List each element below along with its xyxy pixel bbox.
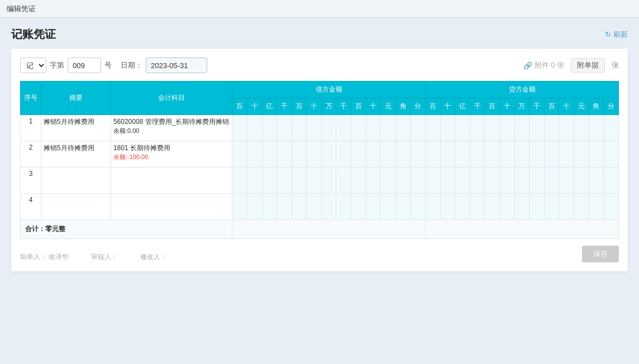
row-credit-4[interactable] <box>485 194 500 220</box>
row-credit-10[interactable] <box>574 167 589 194</box>
row-debit-3[interactable] <box>277 115 292 141</box>
row-debit-6[interactable] <box>321 194 336 220</box>
row-debit-10[interactable] <box>381 167 396 194</box>
row-credit-0[interactable] <box>426 141 441 167</box>
row-credit-11[interactable] <box>589 167 604 194</box>
row-credit-4[interactable] <box>485 141 500 167</box>
row-debit-7[interactable] <box>336 115 351 141</box>
row-debit-0[interactable] <box>232 141 247 167</box>
row-debit-8[interactable] <box>351 194 366 220</box>
row-credit-2[interactable] <box>455 115 470 141</box>
row-credit-4[interactable] <box>485 167 500 194</box>
row-debit-0[interactable] <box>232 194 247 220</box>
row-debit-2[interactable] <box>262 194 277 220</box>
row-abstract[interactable] <box>41 167 111 194</box>
row-credit-5[interactable] <box>500 194 515 220</box>
row-debit-11[interactable] <box>395 115 411 141</box>
row-debit-9[interactable] <box>366 141 381 167</box>
row-debit-0[interactable] <box>232 115 247 141</box>
row-credit-12[interactable] <box>604 167 619 194</box>
row-credit-12[interactable] <box>604 115 619 141</box>
row-credit-1[interactable] <box>440 194 455 220</box>
row-debit-11[interactable] <box>395 141 411 167</box>
row-credit-11[interactable] <box>589 115 604 141</box>
row-debit-4[interactable] <box>292 115 307 141</box>
row-debit-2[interactable] <box>262 115 277 141</box>
row-credit-5[interactable] <box>500 141 515 167</box>
row-credit-5[interactable] <box>500 115 515 141</box>
row-debit-4[interactable] <box>292 167 307 194</box>
row-debit-12[interactable] <box>411 115 426 141</box>
row-abstract[interactable]: 摊销5月待摊费用 <box>41 115 111 141</box>
row-debit-10[interactable] <box>381 141 396 167</box>
row-debit-9[interactable] <box>366 194 381 220</box>
row-debit-5[interactable] <box>307 141 322 167</box>
row-credit-9[interactable] <box>559 115 574 141</box>
refresh-button[interactable]: ↻ 刷新 <box>605 30 628 40</box>
row-debit-11[interactable] <box>395 167 411 194</box>
attachment-link[interactable]: 🔗 附件 0 张 <box>523 60 564 70</box>
row-debit-7[interactable] <box>336 194 351 220</box>
date-input[interactable] <box>146 58 207 73</box>
row-credit-12[interactable] <box>604 194 619 220</box>
row-credit-2[interactable] <box>455 194 470 220</box>
row-debit-12[interactable] <box>411 167 426 194</box>
row-debit-8[interactable] <box>351 167 366 194</box>
row-debit-5[interactable] <box>307 194 322 220</box>
row-debit-7[interactable] <box>336 167 351 194</box>
row-credit-10[interactable] <box>574 194 589 220</box>
row-debit-12[interactable] <box>411 194 426 220</box>
row-debit-0[interactable] <box>232 167 247 194</box>
row-debit-5[interactable] <box>307 167 322 194</box>
row-debit-1[interactable] <box>247 115 262 141</box>
row-debit-2[interactable] <box>262 141 277 167</box>
row-debit-8[interactable] <box>351 141 366 167</box>
save-button[interactable]: 保存 <box>582 246 619 262</box>
row-debit-1[interactable] <box>247 141 262 167</box>
row-credit-3[interactable] <box>470 115 485 141</box>
row-credit-7[interactable] <box>530 115 545 141</box>
row-subject[interactable] <box>111 167 232 194</box>
row-credit-8[interactable] <box>544 115 559 141</box>
row-credit-9[interactable] <box>559 167 574 194</box>
attach-single-button[interactable]: 附单据 <box>571 58 605 73</box>
row-debit-9[interactable] <box>366 115 381 141</box>
row-debit-6[interactable] <box>321 141 336 167</box>
row-debit-7[interactable] <box>336 141 351 167</box>
row-credit-6[interactable] <box>514 115 530 141</box>
row-debit-5[interactable] <box>307 115 322 141</box>
row-credit-2[interactable] <box>455 141 470 167</box>
row-credit-8[interactable] <box>544 141 559 167</box>
row-credit-7[interactable] <box>530 141 545 167</box>
row-debit-6[interactable] <box>321 115 336 141</box>
row-credit-0[interactable] <box>426 167 441 194</box>
row-credit-4[interactable] <box>485 115 500 141</box>
row-credit-7[interactable] <box>530 194 545 220</box>
row-subject[interactable] <box>111 194 232 220</box>
type-select[interactable]: 记 <box>20 58 46 73</box>
row-credit-8[interactable] <box>544 167 559 194</box>
row-debit-8[interactable] <box>351 115 366 141</box>
row-credit-3[interactable] <box>470 194 485 220</box>
row-debit-12[interactable] <box>411 141 426 167</box>
row-credit-3[interactable] <box>470 167 485 194</box>
row-credit-6[interactable] <box>514 141 530 167</box>
row-credit-9[interactable] <box>559 194 574 220</box>
row-credit-0[interactable] <box>426 194 441 220</box>
row-debit-10[interactable] <box>381 115 396 141</box>
row-debit-2[interactable] <box>262 167 277 194</box>
row-debit-4[interactable] <box>292 194 307 220</box>
row-debit-3[interactable] <box>277 194 292 220</box>
row-abstract[interactable] <box>41 194 111 220</box>
row-subject[interactable]: 1801 长期待摊费用余额:-100.00 <box>111 141 232 167</box>
row-debit-6[interactable] <box>321 167 336 194</box>
row-credit-11[interactable] <box>589 141 604 167</box>
row-debit-3[interactable] <box>277 167 292 194</box>
number-input[interactable] <box>68 58 101 73</box>
row-credit-7[interactable] <box>530 167 545 194</box>
row-debit-11[interactable] <box>395 194 411 220</box>
row-credit-2[interactable] <box>455 167 470 194</box>
row-credit-8[interactable] <box>544 194 559 220</box>
row-credit-6[interactable] <box>514 167 530 194</box>
row-debit-1[interactable] <box>247 167 262 194</box>
